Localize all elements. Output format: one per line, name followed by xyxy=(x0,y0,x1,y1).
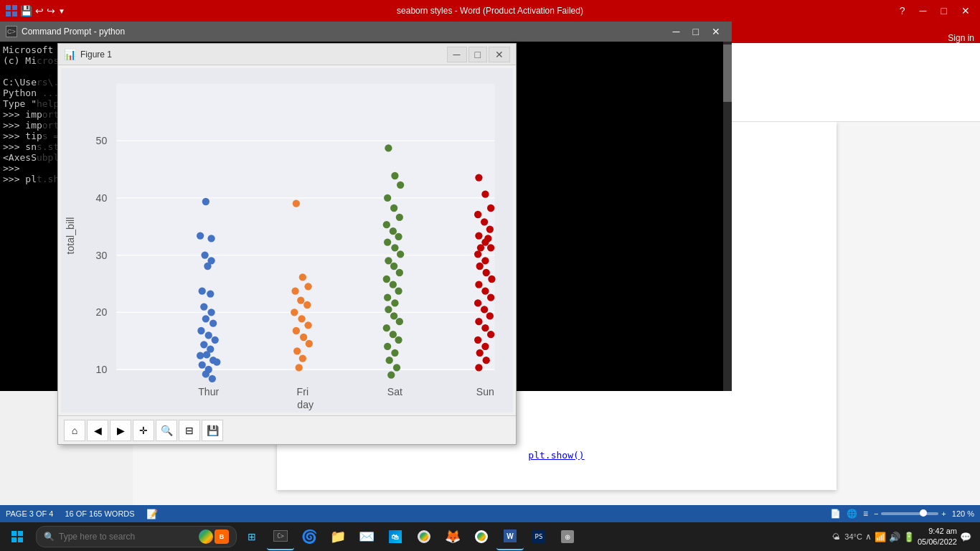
zoom-slider[interactable] xyxy=(881,512,938,515)
clock-date: 05/06/2022 xyxy=(918,537,957,547)
save-icon[interactable]: 💾 xyxy=(20,5,32,17)
zoom-control[interactable]: − + 120 % xyxy=(874,509,974,518)
undo-icon[interactable]: ↩ xyxy=(35,5,44,17)
svg-point-93 xyxy=(486,225,494,232)
minimize-button[interactable]: ─ xyxy=(915,4,931,18)
sign-in-link[interactable]: Sign in xyxy=(948,33,974,43)
svg-point-57 xyxy=(385,144,392,151)
svg-point-24 xyxy=(205,331,212,339)
taskbar-search-input[interactable] xyxy=(59,532,194,542)
svg-point-97 xyxy=(474,250,481,258)
svg-point-53 xyxy=(306,340,313,347)
svg-point-33 xyxy=(209,375,216,382)
svg-point-90 xyxy=(487,204,494,212)
fig-save-button[interactable]: 💾 xyxy=(202,420,223,441)
redo-icon[interactable]: ↪ xyxy=(47,5,55,17)
svg-point-50 xyxy=(304,321,311,329)
fig-zoom-button[interactable]: 🔍 xyxy=(156,420,177,441)
notifications-button[interactable]: 💬 xyxy=(960,532,971,542)
taskbar-browser2-app[interactable]: 🦊 xyxy=(439,523,466,550)
show-hidden-icons-button[interactable]: ∧ xyxy=(865,532,872,542)
taskbar-search[interactable]: 🔍 B xyxy=(36,526,237,547)
taskbar-mail-app[interactable]: ✉️ xyxy=(353,523,380,550)
taskbar-clock[interactable]: 9:42 am 05/06/2022 xyxy=(918,526,957,548)
taskbar-cmd-app[interactable]: C> xyxy=(267,523,294,550)
view-mode-outline[interactable]: ≡ xyxy=(863,509,868,519)
taskbar-terminal-app[interactable]: PS xyxy=(525,523,552,550)
taskbar-store-app[interactable]: 🛍 xyxy=(382,523,409,550)
svg-point-47 xyxy=(303,301,311,309)
zoom-out-button[interactable]: − xyxy=(874,509,878,518)
fig-maximize-button[interactable]: □ xyxy=(468,47,487,62)
svg-text:Sun: Sun xyxy=(476,386,494,397)
svg-point-88 xyxy=(475,174,482,181)
svg-point-63 xyxy=(383,221,390,228)
svg-point-117 xyxy=(477,244,484,251)
customize-icon[interactable]: ▼ xyxy=(58,7,65,15)
svg-point-26 xyxy=(200,341,207,348)
svg-text:Sat: Sat xyxy=(387,386,402,397)
taskbar-chrome-app1[interactable] xyxy=(410,523,438,550)
zoom-in-button[interactable]: + xyxy=(941,509,946,518)
svg-point-19 xyxy=(200,303,207,310)
cmd-maximize-button[interactable]: □ xyxy=(687,24,705,39)
task-view-button[interactable]: ⊞ xyxy=(238,523,265,550)
cmd-window-title: Command Prompt - python xyxy=(22,27,125,37)
zoom-thumb xyxy=(920,509,927,517)
svg-text:50: 50 xyxy=(96,135,108,146)
svg-text:total_bill: total_bill xyxy=(65,217,76,255)
fig-minimize-button[interactable]: ─ xyxy=(447,47,467,62)
maximize-button[interactable]: □ xyxy=(937,4,951,18)
taskbar-chrome-app2[interactable] xyxy=(468,523,495,550)
fig-forward-button[interactable]: ▶ xyxy=(110,420,131,441)
quick-access-toolbar: 💾 ↩ ↪ ▼ xyxy=(6,5,65,17)
svg-point-35 xyxy=(213,359,220,366)
fig-home-button[interactable]: ⌂ xyxy=(64,420,85,441)
volume-icon[interactable]: 🔊 xyxy=(889,532,900,542)
view-mode-web[interactable]: 🌐 xyxy=(847,509,857,519)
view-mode-print[interactable]: 📄 xyxy=(830,509,841,519)
svg-point-101 xyxy=(488,276,495,283)
svg-point-21 xyxy=(202,315,209,322)
network-icon[interactable]: 📶 xyxy=(875,532,886,542)
svg-point-56 xyxy=(296,364,303,371)
svg-point-83 xyxy=(384,343,391,350)
window-controls: ? ─ □ ✕ xyxy=(895,4,974,18)
mail-icon: ✉️ xyxy=(359,529,374,545)
svg-point-89 xyxy=(481,191,489,198)
svg-point-22 xyxy=(209,320,217,327)
proofing-icon[interactable]: 📝 xyxy=(146,509,158,519)
start-button[interactable] xyxy=(3,522,32,551)
fig-pan-button[interactable]: ✛ xyxy=(133,420,154,441)
svg-point-112 xyxy=(481,343,489,350)
fig-configure-button[interactable]: ⊟ xyxy=(179,420,200,441)
taskbar-other-app[interactable]: ⊕ xyxy=(554,523,581,550)
svg-point-65 xyxy=(395,233,402,240)
svg-text:20: 20 xyxy=(96,306,108,318)
other-app-icon: ⊕ xyxy=(561,530,574,543)
taskbar: 🔍 B ⊞ C> 🌀 📁 ✉️ 🛍 🦊 W PS xyxy=(0,522,980,551)
taskbar-edge-app[interactable]: 🌀 xyxy=(296,523,323,550)
taskbar-word-app[interactable]: W xyxy=(496,523,524,550)
cmd-close-button[interactable]: ✕ xyxy=(706,24,726,39)
svg-point-55 xyxy=(299,354,306,362)
svg-point-106 xyxy=(481,306,488,313)
svg-point-113 xyxy=(476,349,484,357)
svg-point-39 xyxy=(197,232,204,239)
fig-close-button[interactable]: ✕ xyxy=(489,47,510,62)
svg-text:Thur: Thur xyxy=(198,386,219,397)
cmd-title-left: C> Command Prompt - python xyxy=(6,26,125,37)
svg-point-69 xyxy=(385,257,392,264)
svg-point-43 xyxy=(299,273,306,281)
taskbar-explorer-app[interactable]: 📁 xyxy=(324,523,352,550)
svg-point-111 xyxy=(474,336,481,344)
cmd-minimize-button[interactable]: ─ xyxy=(667,24,686,39)
help-icon[interactable]: ? xyxy=(895,4,910,18)
cmd-scrollbar[interactable] xyxy=(723,42,732,391)
close-button[interactable]: ✕ xyxy=(957,4,974,18)
status-right: 📄 🌐 ≡ − + 120 % xyxy=(830,509,974,519)
zoom-level: 120 % xyxy=(952,509,974,518)
terminal-icon: PS xyxy=(532,530,545,543)
svg-point-114 xyxy=(483,357,490,364)
fig-back-button[interactable]: ◀ xyxy=(87,420,108,441)
